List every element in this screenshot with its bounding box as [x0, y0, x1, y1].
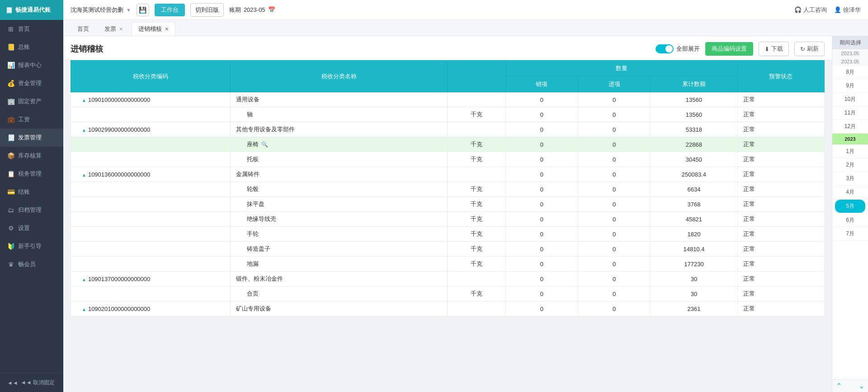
- row-purchase: 0: [578, 257, 650, 272]
- period-up-btn[interactable]: ⌃: [836, 382, 842, 390]
- home-icon: ⊞: [7, 25, 14, 33]
- period-month-7月[interactable]: 7月: [832, 227, 868, 241]
- sidebar-item-assets[interactable]: 🏢固定资产: [0, 92, 63, 110]
- table-row: ▲1090137000000000000 锻件、粉末冶金件 0 0 30 正常: [71, 272, 825, 287]
- save-icon: 💾: [139, 6, 146, 14]
- refresh-button[interactable]: ↻ 刷新: [794, 42, 825, 56]
- row-total: 3768: [651, 197, 737, 212]
- tab-close-reconcile[interactable]: ✕: [165, 26, 169, 32]
- expand-icon[interactable]: ▲: [82, 277, 86, 282]
- row-total: 1820: [651, 227, 737, 242]
- tab-reconcile[interactable]: 进销稽核✕: [132, 22, 175, 36]
- row-code: ▲1090299000000000000: [71, 122, 231, 137]
- sidebar-item-reports[interactable]: 📊报表中心: [0, 56, 63, 74]
- row-purchase: 0: [578, 182, 650, 197]
- period-month-1月[interactable]: 1月: [832, 145, 868, 158]
- table-row: 抹平盘 千克 0 0 3768 正常: [71, 197, 825, 212]
- row-unit: 千克: [448, 152, 505, 167]
- row-status: 正常: [737, 137, 824, 152]
- user-menu[interactable]: 👤 徐泽华: [834, 6, 861, 14]
- sidebar-label-tax: 税务管理: [18, 170, 42, 178]
- period-year-divider: 2023: [832, 134, 868, 145]
- tab-home[interactable]: 首页: [71, 22, 96, 36]
- row-purchase: 0: [578, 152, 650, 167]
- period-month-9月[interactable]: 9月: [832, 79, 868, 93]
- sidebar-item-member[interactable]: ♛畅会员: [0, 255, 63, 273]
- row-purchase: 0: [578, 92, 650, 107]
- period-month-8月[interactable]: 8月: [832, 66, 868, 79]
- settlement-icon: 💳: [7, 188, 14, 196]
- period-nav: ⌃ ⌄: [832, 379, 868, 392]
- row-unit: 千克: [448, 287, 505, 301]
- period-month-6月[interactable]: 6月: [832, 214, 868, 227]
- download-button[interactable]: ⬇ 下载: [759, 42, 789, 56]
- expand-icon[interactable]: ▲: [82, 98, 86, 103]
- sidebar-label-reports: 报表中心: [18, 61, 42, 69]
- sidebar-item-salary[interactable]: 💼工资: [0, 110, 63, 129]
- period-month-10月[interactable]: 10月: [832, 93, 868, 106]
- archive-icon: 🗂: [7, 206, 14, 214]
- row-status: 正常: [737, 92, 824, 107]
- sidebar-item-archive[interactable]: 🗂归档管理: [0, 201, 63, 219]
- sidebar-item-settings[interactable]: ⚙设置: [0, 219, 63, 237]
- th-total: 累计数额: [651, 76, 737, 92]
- row-unit: [448, 272, 505, 287]
- period-month-4月[interactable]: 4月: [832, 186, 868, 199]
- sidebar-footer-btn[interactable]: ◄◄ ◄◄ 取消固定: [0, 373, 63, 392]
- expand-icon[interactable]: ▲: [82, 128, 86, 133]
- tab-label-home: 首页: [77, 25, 89, 33]
- sidebar-item-settlement[interactable]: 💳结账: [0, 183, 63, 201]
- table-wrapper: 税收分类编码 税收分类名称 数量 预警状态 销项 进项 累计数额: [63, 60, 832, 392]
- workbench-button[interactable]: 工作台: [155, 4, 185, 16]
- tab-close-invoice[interactable]: ✕: [119, 26, 123, 32]
- sidebar-item-home[interactable]: ⊞首页: [0, 20, 63, 38]
- row-purchase: 0: [578, 212, 650, 227]
- period-month-5月[interactable]: 5月: [835, 200, 865, 213]
- row-sale: 0: [505, 212, 578, 227]
- row-code: [71, 137, 231, 152]
- row-unit: 千克: [448, 107, 505, 122]
- help-text: 人工咨询: [803, 6, 827, 14]
- period-display: 账期 2023-05 📅: [229, 6, 275, 14]
- th-status: 预警状态: [737, 61, 824, 92]
- help-button[interactable]: 🎧 人工咨询: [794, 6, 827, 14]
- sidebar-item-guide[interactable]: 🔰新手引导: [0, 237, 63, 255]
- sidebar-label-settlement: 结账: [18, 188, 30, 196]
- old-version-button[interactable]: 切到旧版: [190, 3, 224, 17]
- row-sale: 0: [505, 107, 578, 122]
- period-month-3月[interactable]: 3月: [832, 172, 868, 186]
- sidebar-item-ledger[interactable]: 📒总账: [0, 38, 63, 56]
- row-total: 6634: [651, 182, 737, 197]
- calendar-icon[interactable]: 📅: [268, 6, 275, 13]
- row-status: 正常: [737, 152, 824, 167]
- period-down-btn[interactable]: ⌄: [859, 382, 864, 390]
- page-header: 进销稽核 全部展开 商品编码设置 ⬇ 下载 ↻ 刷新: [63, 36, 832, 60]
- period-month-11月[interactable]: 11月: [832, 106, 868, 120]
- period-month-12月[interactable]: 12月: [832, 120, 868, 134]
- save-button[interactable]: 💾: [137, 4, 149, 16]
- sidebar-item-tax[interactable]: 📋税务管理: [0, 165, 63, 183]
- period-month-2月[interactable]: 2月: [832, 158, 868, 172]
- tab-invoice[interactable]: 发票✕: [98, 22, 130, 36]
- expand-icon[interactable]: ▲: [82, 172, 86, 177]
- search-icon[interactable]: 🔍: [261, 141, 268, 148]
- row-status: 正常: [737, 107, 824, 122]
- row-code: [71, 197, 231, 212]
- sidebar-item-invoices[interactable]: 🧾发票管理: [0, 129, 63, 147]
- expand-icon[interactable]: ▲: [82, 307, 86, 312]
- footer-label: ◄◄ 取消固定: [21, 379, 55, 387]
- row-total: 53318: [651, 122, 737, 137]
- sidebar-label-assets: 固定资产: [18, 97, 42, 105]
- expand-toggle[interactable]: [656, 44, 674, 53]
- row-name: 绝缘导线壳: [230, 212, 448, 227]
- sidebar-label-ledger: 总账: [18, 43, 30, 51]
- row-sale: 0: [505, 122, 578, 137]
- row-unit: [448, 122, 505, 137]
- sidebar-item-inventory[interactable]: 📦库存核算: [0, 147, 63, 165]
- row-unit: [448, 92, 505, 107]
- company-selector[interactable]: 沈海英测试经营勿删 ▼: [71, 6, 131, 14]
- sidebar-item-funds[interactable]: 💰资金管理: [0, 74, 63, 92]
- row-name: 轴: [230, 107, 448, 122]
- toggle-label: 全部展开: [676, 45, 700, 53]
- product-code-button[interactable]: 商品编码设置: [705, 42, 753, 56]
